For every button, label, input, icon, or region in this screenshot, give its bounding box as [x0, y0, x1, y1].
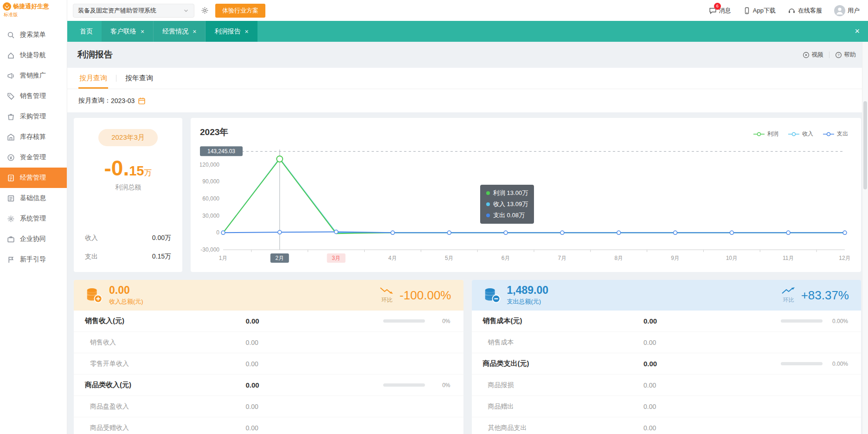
svg-text:4月: 4月: [388, 255, 397, 261]
content-area: 利润报告 视频 ? 帮助: [67, 42, 868, 434]
total-value: 0.00: [109, 285, 143, 296]
help-link[interactable]: ? 帮助: [835, 51, 856, 59]
stat-rows: 销售成本(元)0.000.00%销售成本0.00商品类支出(元)0.000.00…: [472, 311, 862, 434]
sidebar-item-basic-info[interactable]: 基础信息: [0, 188, 67, 208]
month-picker-value[interactable]: 2023-03: [111, 97, 135, 104]
scrollbar-thumb[interactable]: [863, 101, 867, 189]
stat-row: 商品盘盈收入0.00: [74, 396, 463, 417]
stat-row-label: 其他商品支出: [483, 424, 644, 432]
stat-row-value: 0.00: [643, 317, 760, 325]
sidebar-item-funds[interactable]: 资金管理: [0, 147, 67, 168]
product-select[interactable]: 装备及固定资产辅助管理系统: [73, 4, 194, 18]
stat-row-label: 零售开单收入: [85, 360, 246, 368]
sidebar-item-guide[interactable]: 新手引导: [0, 249, 67, 270]
tab-label: 经营情况: [162, 27, 188, 36]
sidebar: 畅捷通好生意 标准版 搜索菜单快捷导航营销推广销售管理采购管理库存核算资金管理经…: [0, 0, 67, 434]
tab-close-icon[interactable]: ×: [193, 28, 196, 35]
stat-row-label: 商品类收入(元): [85, 381, 246, 389]
sidebar-item-label: 资金管理: [20, 153, 46, 162]
sidebar-item-sales[interactable]: 销售管理: [0, 86, 67, 106]
app-download-button[interactable]: App下载: [743, 6, 776, 15]
product-select-value: 装备及固定资产辅助管理系统: [78, 6, 156, 15]
legend-item[interactable]: 利润: [753, 130, 778, 138]
close-all-tabs-icon[interactable]: ×: [846, 21, 868, 42]
profit-amount-label: 利润总额: [115, 183, 141, 192]
legend-item[interactable]: 支出: [823, 130, 848, 138]
experience-solution-button[interactable]: 体验行业方案: [215, 4, 265, 18]
sidebar-item-quick-nav[interactable]: 快捷导航: [0, 45, 67, 65]
legend-item[interactable]: 收入: [788, 130, 813, 138]
progress-percent: 0%: [429, 318, 450, 324]
total-label: 收入总额(元): [109, 298, 143, 306]
stat-row-value: 0.00: [643, 382, 760, 389]
online-service-button[interactable]: 在线客服: [788, 6, 822, 15]
topbar: 装备及固定资产辅助管理系统 体验行业方案 6 消息: [67, 0, 868, 21]
stat-row: 销售收入0.00: [74, 332, 463, 353]
calendar-icon[interactable]: [138, 97, 146, 105]
user-menu[interactable]: 用户: [834, 5, 860, 16]
stat-row: 销售成本0.00: [472, 332, 862, 353]
app-window: 畅捷通好生意 标准版 搜索菜单快捷导航营销推广销售管理采购管理库存核算资金管理经…: [0, 0, 868, 434]
stat-row: 商品赠出0.00: [472, 396, 862, 417]
sidebar-item-operations[interactable]: 经营管理: [0, 168, 67, 188]
home-icon: [7, 52, 15, 59]
messages-button[interactable]: 6 消息: [709, 6, 731, 15]
svg-text:90,000: 90,000: [202, 178, 219, 185]
logo-title: 畅捷通好生意: [13, 2, 49, 11]
system-icon: [7, 215, 15, 223]
tab-home[interactable]: 首页: [71, 21, 102, 42]
sidebar-item-purchase[interactable]: 采购管理: [0, 106, 67, 127]
sidebar-item-label: 快捷导航: [20, 51, 46, 59]
sidebar-item-system[interactable]: 系统管理: [0, 208, 67, 229]
svg-text:10月: 10月: [726, 255, 738, 261]
sales-icon: [7, 92, 15, 100]
profit-chart-card: 2023年 利润收入支出 120,00090,00060,00030,0000-…: [191, 118, 861, 272]
video-link[interactable]: 视频: [803, 51, 823, 59]
tab-bar: 首页客户联络×经营情况×利润报告× ×: [67, 21, 868, 42]
sidebar-item-label: 库存核算: [20, 133, 46, 141]
query-tabs: 按月查询按年查询: [67, 68, 868, 89]
sidebar-item-search-menu[interactable]: 搜索菜单: [0, 25, 67, 45]
stat-row-label: 销售成本(元): [483, 317, 644, 325]
tab-close-icon[interactable]: ×: [141, 28, 144, 35]
divider: [116, 75, 116, 82]
settings-gear-icon[interactable]: [201, 6, 209, 14]
tab-business-overview[interactable]: 经营情况×: [154, 21, 206, 42]
top-cards-row: 2023年3月 -0.15万 利润总额 收入0.00万支出0.15万 2023年…: [74, 118, 861, 272]
sidebar-item-marketing[interactable]: 营销推广: [0, 65, 67, 86]
income-card: 0.00收入总额(元)环比-100.00%销售收入(元)0.000%销售收入0.…: [74, 280, 463, 434]
svg-text:3月: 3月: [332, 255, 341, 261]
tab-profit-report[interactable]: 利润报告×: [206, 21, 257, 42]
sidebar-item-inventory[interactable]: 库存核算: [0, 127, 67, 147]
svg-text:0: 0: [216, 229, 219, 236]
svg-text:30,000: 30,000: [202, 213, 219, 219]
total-label: 支出总额(元): [507, 298, 549, 306]
query-tab-monthly[interactable]: 按月查询: [78, 68, 108, 89]
sidebar-item-label: 搜索菜单: [20, 31, 46, 39]
tab-close-icon[interactable]: ×: [244, 28, 248, 35]
sidebar-item-label: 营销推广: [20, 71, 46, 80]
stat-row-label: 销售收入: [85, 338, 246, 347]
svg-text:1月: 1月: [219, 255, 228, 261]
progress-percent: 0.00%: [827, 318, 848, 324]
progress-bar: [383, 319, 425, 323]
logo: 畅捷通好生意 标准版: [0, 0, 67, 21]
stat-row: 商品报损0.00: [472, 375, 862, 396]
scrollbar[interactable]: [862, 42, 868, 434]
stat-row: 其他商品支出0.00: [472, 417, 862, 434]
stat-row-label: 商品盘盈收入: [85, 402, 246, 411]
phone-icon: [743, 7, 751, 14]
progress-bar: [383, 383, 425, 387]
sidebar-item-collaboration[interactable]: 企业协同: [0, 229, 67, 249]
tab-customer-contact[interactable]: 客户联络×: [102, 21, 154, 42]
stat-row-value: 0.00: [643, 424, 760, 432]
stat-row-value: 0.00: [246, 403, 362, 410]
query-tab-yearly[interactable]: 按年查询: [124, 68, 154, 89]
svg-text:5月: 5月: [445, 255, 454, 261]
stat-card-header: 0.00收入总额(元)环比-100.00%: [74, 280, 463, 311]
sidebar-item-label: 经营管理: [20, 174, 46, 182]
progress-percent: 0%: [429, 382, 450, 389]
sidebar-item-label: 企业协同: [20, 235, 46, 243]
profit-chart[interactable]: 120,00090,00060,00030,0000-30,000143,245…: [200, 142, 852, 270]
stat-row-value: 0.00: [643, 339, 760, 346]
